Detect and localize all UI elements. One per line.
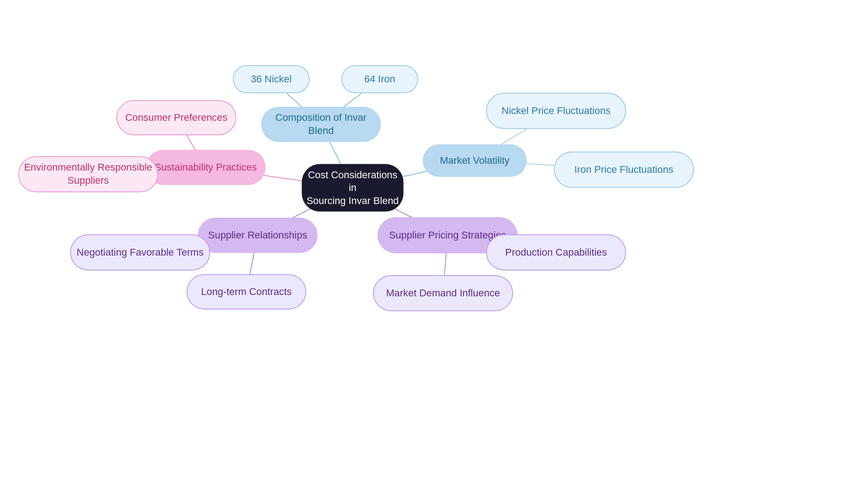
node-label-iron-price: Iron Price Fluctuations (571, 163, 677, 176)
node-neg-terms[interactable]: Negotiating Favorable Terms (70, 234, 210, 271)
node-supplier-relationships[interactable]: Supplier Relationships (198, 218, 318, 253)
node-env-suppliers[interactable]: Environmentally Responsible Suppliers (18, 156, 158, 192)
node-label-market-demand: Market Demand Influence (382, 287, 504, 300)
node-consumer-prefs[interactable]: Consumer Preferences (117, 100, 236, 135)
node-label-consumer-prefs: Consumer Preferences (122, 111, 231, 124)
node-label-neg-terms: Negotiating Favorable Terms (73, 246, 208, 259)
node-market-volatility[interactable]: Market Volatility (423, 144, 527, 177)
node-nickel[interactable]: 36 Nickel (233, 65, 310, 93)
node-central[interactable]: Cost Considerations in Sourcing Invar Bl… (302, 164, 404, 212)
node-nickel-price[interactable]: Nickel Price Fluctuations (486, 93, 626, 129)
node-market-demand[interactable]: Market Demand Influence (373, 275, 513, 311)
node-iron-price[interactable]: Iron Price Fluctuations (554, 152, 694, 188)
node-production-cap[interactable]: Production Capabilities (486, 234, 626, 271)
node-label-supplier-relationships: Supplier Relationships (205, 229, 311, 242)
mindmap-container: Cost Considerations in Sourcing Invar Bl… (0, 0, 868, 490)
node-label-central: Cost Considerations in Sourcing Invar Bl… (302, 168, 404, 207)
node-label-nickel: 36 Nickel (247, 73, 295, 86)
node-label-composition: Composition of Invar Blend (261, 111, 381, 137)
node-label-long-term: Long-term Contracts (198, 285, 296, 299)
node-label-market-volatility: Market Volatility (436, 154, 513, 167)
node-sustainability[interactable]: Sustainability Practices (146, 150, 266, 185)
node-label-iron: 64 Iron (361, 73, 399, 86)
node-label-env-suppliers: Environmentally Responsible Suppliers (20, 161, 156, 187)
node-label-production-cap: Production Capabilities (501, 246, 610, 259)
node-iron[interactable]: 64 Iron (341, 65, 418, 93)
node-label-sustainability: Sustainability Practices (151, 161, 260, 174)
node-label-nickel-price: Nickel Price Fluctuations (498, 105, 614, 118)
node-long-term[interactable]: Long-term Contracts (187, 274, 307, 309)
node-composition[interactable]: Composition of Invar Blend (261, 107, 381, 142)
